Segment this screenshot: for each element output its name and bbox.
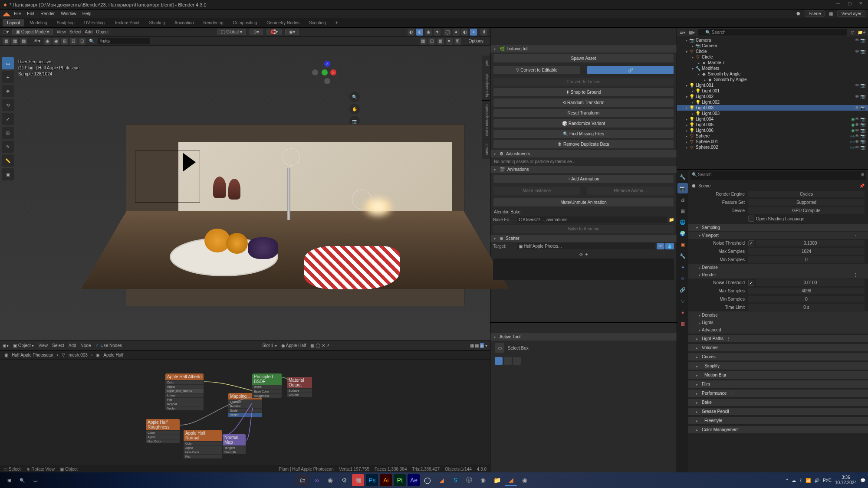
viewlayer-selector[interactable]: ViewLayer <box>837 10 865 17</box>
folder-browse-icon[interactable]: 📁 <box>669 217 674 222</box>
sidetab-spreadsheet[interactable]: Spreadsheet Keys <box>482 101 490 140</box>
noise-vp-check[interactable] <box>748 240 754 246</box>
add-animation-button[interactable]: + Add Animation <box>493 174 674 183</box>
ptab-world[interactable]: 🌍 <box>677 228 688 239</box>
taskbar-clock[interactable]: 3:36 10.12.2024 <box>835 475 857 485</box>
preset-icon-2[interactable]: ⋮ <box>853 272 858 277</box>
app-explorer[interactable]: 📁 <box>491 474 503 486</box>
shade-matprev[interactable]: ◐ <box>461 29 468 36</box>
outliner-row[interactable]: 💡Light.002 <box>677 99 868 105</box>
bake-folder-field[interactable]: C:\Users\1\..._animations <box>517 216 667 223</box>
bake-section[interactable]: Bake <box>702 400 712 405</box>
maxsamp-r-field[interactable]: 4096 <box>748 288 865 294</box>
vp-menu-add[interactable]: Add <box>85 29 93 34</box>
ws-shading[interactable]: Shading <box>145 19 169 26</box>
minsamp-r-field[interactable]: 0 <box>748 296 865 302</box>
menu-render[interactable]: Render <box>40 11 55 16</box>
outliner-row[interactable]: 📷Camera👁📷 <box>677 37 868 43</box>
material-selector[interactable]: ◉ Apple Half <box>281 343 306 348</box>
menu-file[interactable]: File <box>14 11 21 16</box>
ws-modeling[interactable]: Modeling <box>25 19 52 26</box>
bake-alembic-button[interactable]: Bake to Alembic <box>493 224 674 233</box>
orientation-selector[interactable]: ⬚ Global ▾ <box>217 29 246 35</box>
ws-texturepaint[interactable]: Texture Paint <box>110 19 144 26</box>
ptab-tool[interactable]: 🔧 <box>677 172 688 182</box>
outliner-row[interactable]: 💡Light.002👁📷 <box>677 94 868 99</box>
app-pt[interactable]: Pt <box>394 474 406 486</box>
timelimit-field[interactable]: 0 s <box>748 304 865 311</box>
vp-menu-select[interactable]: Select <box>69 29 82 34</box>
noise-vp-field[interactable]: 0.1000 <box>756 240 865 246</box>
feature-set-field[interactable]: Supported <box>748 199 865 206</box>
ptab-object[interactable]: ▣ <box>677 239 688 250</box>
random-transform-button[interactable]: ⟲ Random Transform <box>493 98 674 107</box>
overlay-4[interactable]: ▼ <box>446 38 453 45</box>
outliner-row[interactable]: 💡Light.001 <box>677 88 868 94</box>
gizmo-1[interactable]: ◉ <box>44 38 51 45</box>
outliner-row[interactable]: 💡Light.006 ◉👁📷 <box>677 128 868 133</box>
vp-menu-view[interactable]: View <box>56 29 66 34</box>
app-4[interactable]: ⚙ <box>338 474 350 486</box>
close-button[interactable]: ✕ <box>857 1 865 9</box>
ws-scripting[interactable]: Scripting <box>305 19 330 26</box>
se-icon1[interactable]: ▦ <box>470 343 474 348</box>
app-ps[interactable]: Ps <box>366 474 378 486</box>
axis-x-icon[interactable]: X <box>330 69 336 75</box>
adjustments-header[interactable]: Adjustments <box>506 151 530 156</box>
menu-help[interactable]: Help <box>82 11 92 16</box>
maxsamp-vp-field[interactable]: 1024 <box>748 248 865 255</box>
ptab-texture[interactable]: ▦ <box>677 318 688 329</box>
perf-section[interactable]: Performance <box>702 391 727 396</box>
axis-y-icon[interactable] <box>322 69 328 75</box>
gizmo-2[interactable]: ◉ <box>53 38 59 45</box>
shading-btn1[interactable]: ◐ <box>408 29 414 36</box>
node-canvas[interactable]: Apple Half AlbedoColorAlphaapple_half_al… <box>0 360 490 473</box>
app-blender-active[interactable]: ◢ <box>505 474 517 486</box>
crumb-object[interactable]: Half Apple Photoscan <box>12 353 53 357</box>
outliner-row[interactable]: ▽Circle <box>677 54 868 60</box>
ptab-output[interactable]: 🖨 <box>677 194 688 205</box>
nav-pan-icon[interactable]: ✋ <box>349 104 360 114</box>
tool-annotate[interactable]: ✎ <box>2 141 14 153</box>
preset-icon[interactable]: ⋮ <box>853 233 858 238</box>
mblur-section[interactable]: Motion Blur <box>704 373 727 377</box>
sel-mode-2[interactable]: ▦ <box>11 38 18 45</box>
ws-compositing[interactable]: Compositing <box>229 19 262 26</box>
app-3[interactable]: ◉ <box>324 474 336 486</box>
scatter-list[interactable] <box>493 259 674 280</box>
grease-section[interactable]: Grease Pencil <box>702 409 729 414</box>
sidetab-tool[interactable]: Tool <box>482 56 490 70</box>
ptab-viewlayer[interactable]: ▦ <box>677 206 688 216</box>
outliner-tree[interactable]: 📷Camera👁📷📷Camera▽Circle👁📷▽Circle●Marble … <box>677 36 868 169</box>
ptab-data[interactable]: ▽ <box>677 296 688 306</box>
tool-addcube[interactable]: ▣ <box>2 168 14 180</box>
menu-edit[interactable]: Edit <box>27 11 34 16</box>
device-field[interactable]: GPU Compute <box>748 207 865 214</box>
ptab-physics[interactable]: ⚛ <box>677 273 688 284</box>
shade-solid[interactable]: ● <box>453 29 460 36</box>
editor-type-shader[interactable]: ◉▾ <box>3 343 9 348</box>
curves-section[interactable]: Curves <box>702 354 716 359</box>
menu-window[interactable]: Window <box>61 11 76 16</box>
target-eyedrop-icon[interactable]: 💧 <box>665 243 674 249</box>
overlay-3[interactable]: ▦ <box>437 38 444 45</box>
render-engine-field[interactable]: Cycles <box>748 191 865 197</box>
crumb-mesh[interactable]: mesh.003 <box>69 353 88 357</box>
mute-unmute-button[interactable]: Mute/Unmute Animation <box>493 198 674 207</box>
props-options-icon[interactable]: ⚙ <box>861 172 865 177</box>
tool-rotate[interactable]: ⟲ <box>2 99 14 111</box>
selmode-new[interactable] <box>495 357 503 365</box>
sidetab-create[interactable]: Create <box>482 140 490 159</box>
volumes-section[interactable]: Volumes <box>702 345 718 350</box>
ptab-render[interactable]: 📷 <box>677 183 688 193</box>
se-menu-view[interactable]: View <box>38 343 48 348</box>
options-dropdown[interactable]: Options <box>465 38 487 44</box>
animations-header[interactable]: Animations <box>507 167 529 172</box>
outliner-row[interactable]: ◆Smooth by Angle <box>677 71 868 77</box>
shader-type[interactable]: ▣ Object ▾ <box>13 343 34 348</box>
make-instance-button[interactable]: Make Instance <box>493 186 580 195</box>
sel-mode-1[interactable]: ▦ <box>3 38 10 45</box>
sampling-section[interactable]: Sampling <box>702 225 720 230</box>
ptab-modifier[interactable]: 🔧 <box>677 251 688 261</box>
advanced-section[interactable]: Advanced <box>702 328 721 332</box>
